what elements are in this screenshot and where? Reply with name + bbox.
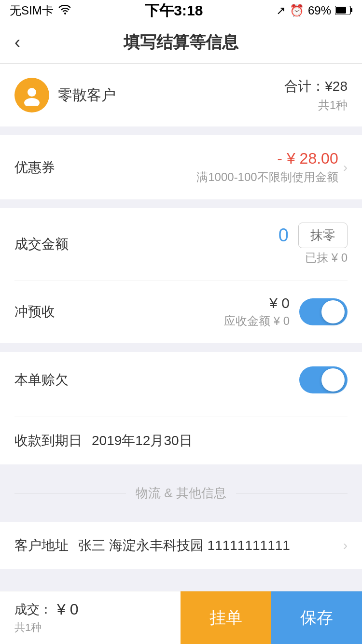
pre-receive-row: 冲预收 ¥ 0 应收金额 ¥ 0 [0, 280, 362, 343]
address-label: 客户地址 [14, 536, 69, 555]
bottom-info: 成交： ¥ 0 共1种 [0, 601, 181, 635]
debt-row: 本单赊欠 [0, 352, 362, 408]
content-area: 零散客户 合计：¥28 共1种 优惠券 - ¥ 28.00 满1000-100不… [0, 64, 362, 636]
save-button[interactable]: 保存 [271, 591, 362, 644]
address-value: 张三 海淀永丰科技园 11111111111 [78, 536, 290, 555]
address-row[interactable]: 客户地址 张三 海淀永丰科技园 11111111111 › [0, 522, 362, 569]
pre-receive-text: ¥ 0 应收金额 ¥ 0 [224, 295, 290, 329]
customer-right: 合计：¥28 共1种 [284, 77, 348, 113]
customer-count: 共1种 [284, 98, 348, 113]
debt-toggle[interactable] [299, 366, 348, 393]
due-date-label: 收款到期日 [14, 432, 82, 450]
customer-name: 零散客户 [58, 85, 116, 105]
alarm-icon: ⏰ [290, 4, 304, 17]
coupon-desc: 满1000-100不限制使用金额 [196, 169, 338, 185]
coupon-chevron-icon: › [343, 160, 348, 175]
deal-amount-right: 0 抹零 已抹 ¥ 0 [278, 223, 348, 266]
customer-total: 合计：¥28 [284, 77, 348, 96]
logistics-section: 物流 & 其他信息 [0, 473, 362, 513]
coupon-discount: - ¥ 28.00 [196, 150, 338, 168]
address-chevron-icon: › [343, 538, 348, 553]
status-time: 下午3:18 [145, 1, 203, 21]
due-date-value: 2019年12月30日 [92, 432, 193, 450]
address-left: 客户地址 张三 海淀永丰科技园 11111111111 [14, 536, 290, 555]
debt-toggle-knob [321, 368, 345, 392]
wifi-icon [58, 4, 72, 17]
deal-amount-value[interactable]: 0 [278, 225, 289, 246]
svg-rect-1 [350, 8, 352, 12]
page-title: 填写结算等信息 [124, 31, 238, 54]
round-off-button[interactable]: 抹零 [298, 223, 348, 248]
coupon-label: 优惠券 [14, 158, 72, 177]
due-date-row: 收款到期日 2019年12月30日 [0, 417, 362, 464]
status-bar: 无SIM卡 下午3:18 ↗ ⏰ 69% [0, 0, 362, 21]
coupon-right: - ¥ 28.00 满1000-100不限制使用金额 › [196, 150, 348, 185]
svg-point-4 [24, 98, 40, 106]
back-button[interactable]: ‹ [14, 32, 20, 53]
debt-label: 本单赊欠 [14, 371, 72, 389]
pre-receive-toggle[interactable] [299, 298, 348, 325]
pre-receive-label: 冲预收 [14, 303, 72, 321]
bottom-bar: 成交： ¥ 0 共1种 挂单 保存 [0, 591, 362, 644]
carrier-label: 无SIM卡 [10, 3, 54, 18]
divider-line-left [14, 493, 126, 493]
address-section: 客户地址 张三 海淀永丰科技园 11111111111 › [0, 522, 362, 569]
deal-amount-section: 成交金额 0 抹零 已抹 ¥ 0 冲预收 ¥ 0 应收金额 ¥ 0 [0, 208, 362, 343]
battery-label: 69% [308, 4, 331, 17]
location-icon: ↗ [276, 4, 286, 17]
pre-receive-right: ¥ 0 应收金额 ¥ 0 [224, 295, 348, 329]
bottom-deal-label: 成交： [14, 601, 52, 618]
pre-receive-sub: 应收金额 ¥ 0 [224, 313, 290, 329]
deal-amount-sub: 已抹 ¥ 0 [305, 250, 348, 266]
customer-avatar [14, 78, 49, 112]
logistics-label: 物流 & 其他信息 [136, 485, 226, 502]
divider-line-right [236, 493, 348, 493]
deal-amount-row: 成交金额 0 抹零 已抹 ¥ 0 [0, 208, 362, 280]
debt-section: 本单赊欠 收款到期日 2019年12月30日 [0, 352, 362, 464]
status-left: 无SIM卡 [10, 3, 72, 18]
customer-row: 零散客户 合计：¥28 共1种 [0, 64, 362, 126]
pending-button[interactable]: 挂单 [181, 591, 271, 644]
bottom-deal: 成交： ¥ 0 [14, 601, 166, 618]
logistics-divider: 物流 & 其他信息 [14, 485, 348, 502]
amount-top: 0 抹零 [278, 223, 348, 248]
bottom-deal-amount: ¥ 0 [57, 601, 78, 618]
battery-icon [335, 4, 352, 17]
nav-bar: ‹ 填写结算等信息 [0, 21, 362, 64]
coupon-row[interactable]: 优惠券 - ¥ 28.00 满1000-100不限制使用金额 › [0, 135, 362, 199]
toggle-knob [321, 300, 345, 323]
coupon-section: 优惠券 - ¥ 28.00 满1000-100不限制使用金额 › [0, 135, 362, 199]
pre-receive-amount: ¥ 0 [224, 295, 290, 311]
bottom-count: 共1种 [14, 620, 166, 635]
status-right: ↗ ⏰ 69% [276, 4, 352, 17]
deal-amount-label: 成交金额 [14, 235, 72, 253]
svg-rect-2 [336, 7, 346, 14]
svg-point-3 [28, 88, 36, 97]
customer-left: 零散客户 [14, 78, 116, 112]
